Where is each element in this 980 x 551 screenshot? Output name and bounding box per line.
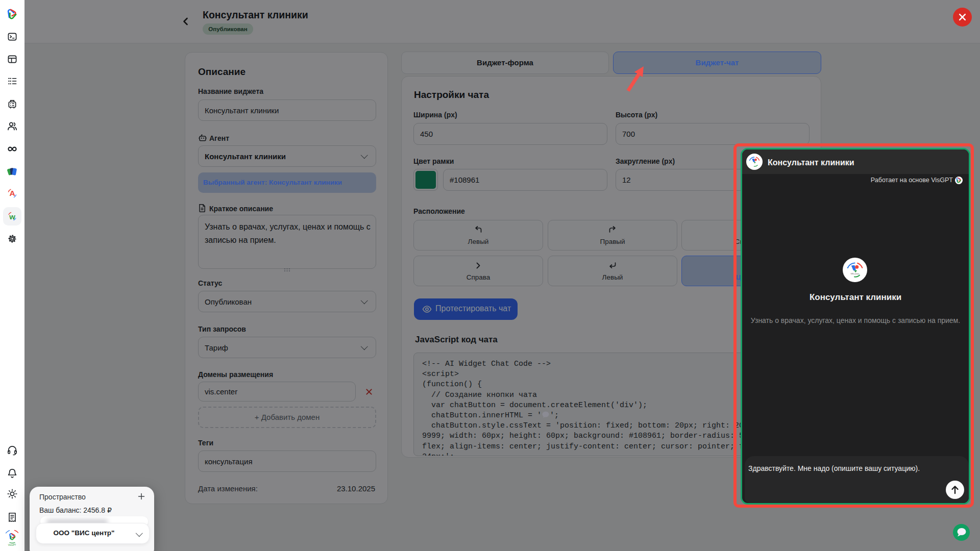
svg-text:A: A (9, 189, 15, 197)
svg-text:VIS.center: VIS.center (851, 273, 860, 275)
svg-text:VisGPT: VisGPT (8, 544, 16, 546)
